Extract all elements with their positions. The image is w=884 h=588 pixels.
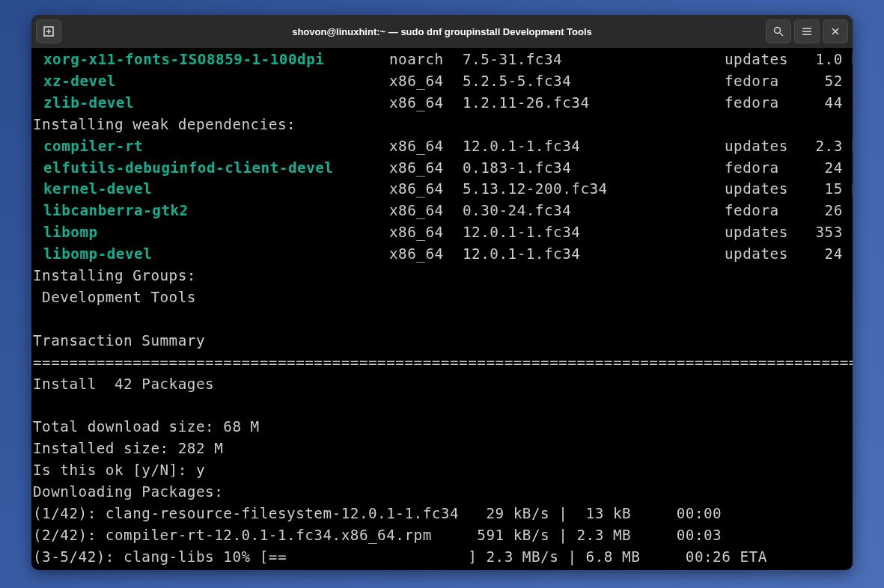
- package-repo: fedora: [725, 200, 808, 222]
- download-line: (1/42): clang-resource-filesystem-12.0.1…: [33, 503, 851, 525]
- package-arch: x86_64: [389, 93, 463, 114]
- package-version: 7.5-31.fc34: [463, 49, 725, 71]
- package-version: 0.30-24.fc34: [463, 200, 725, 222]
- search-button[interactable]: [766, 19, 791, 43]
- package-size: 24 k: [808, 244, 853, 266]
- package-repo: updates: [725, 49, 808, 71]
- download-progress-line: (3-5/42): clang-libs 10% [== ] 2.3 MB/s …: [33, 547, 851, 569]
- package-size: 44 k: [808, 93, 853, 114]
- package-repo: updates: [725, 136, 808, 158]
- package-arch: x86_64: [389, 158, 463, 180]
- package-row: compiler-rtx86_6412.0.1-1.fc34updates2.3…: [33, 136, 851, 158]
- package-row: elfutils-debuginfod-client-develx86_640.…: [33, 158, 851, 180]
- package-arch: x86_64: [389, 71, 463, 93]
- terminal-window: shovon@linuxhint:~ — sudo dnf groupinsta…: [31, 15, 853, 570]
- text-line: Development Tools: [33, 287, 851, 309]
- package-version: 5.2.5-5.fc34: [463, 71, 725, 93]
- package-size: 15 M: [808, 179, 853, 200]
- package-name: libcanberra-gtk2: [43, 200, 389, 222]
- package-name: libomp-devel: [43, 244, 389, 266]
- package-size: 52 k: [808, 71, 853, 93]
- package-repo: fedora: [725, 93, 808, 114]
- package-size: 24 k: [808, 158, 853, 180]
- package-row: xorg-x11-fonts-ISO8859-1-100dpinoarch7.5…: [33, 49, 851, 71]
- package-name: compiler-rt: [43, 136, 389, 158]
- package-repo: updates: [725, 244, 808, 266]
- svg-point-1: [775, 28, 781, 34]
- package-row: zlib-develx86_641.2.11-26.fc34fedora 44 …: [33, 93, 851, 114]
- package-name: xz-devel: [43, 71, 389, 93]
- text-line: Total download size: 68 M: [33, 417, 851, 438]
- package-repo: fedora: [725, 71, 808, 93]
- package-repo: updates: [725, 222, 808, 244]
- package-repo: updates: [725, 179, 808, 200]
- package-row: xz-develx86_645.2.5-5.fc34fedora 52 k: [33, 71, 851, 93]
- text-line: Installing weak dependencies:: [33, 114, 851, 136]
- package-version: 1.2.11-26.fc34: [463, 93, 725, 114]
- package-arch: x86_64: [389, 200, 463, 222]
- package-row: libomp-develx86_6412.0.1-1.fc34updates 2…: [33, 244, 851, 266]
- divider-line: ========================================…: [33, 352, 851, 374]
- text-line: Downloading Packages:: [33, 482, 851, 503]
- package-name: elfutils-debuginfod-client-devel: [43, 158, 389, 180]
- text-line: Installing Groups:: [33, 266, 851, 287]
- text-line: Install 42 Packages: [33, 374, 851, 396]
- confirm-prompt: Is this ok [y/N]: y: [33, 460, 851, 482]
- package-version: 12.0.1-1.fc34: [463, 244, 725, 266]
- package-arch: x86_64: [389, 136, 463, 158]
- package-name: xorg-x11-fonts-ISO8859-1-100dpi: [43, 49, 389, 71]
- menu-button[interactable]: [794, 19, 820, 43]
- terminal-output[interactable]: xorg-x11-fonts-ISO8859-1-100dpinoarch7.5…: [31, 48, 853, 570]
- package-version: 12.0.1-1.fc34: [463, 222, 725, 244]
- package-name: zlib-devel: [43, 93, 389, 114]
- package-name: kernel-devel: [43, 179, 389, 200]
- package-arch: x86_64: [389, 244, 463, 266]
- package-version: 12.0.1-1.fc34: [463, 136, 725, 158]
- package-arch: noarch: [389, 49, 463, 71]
- text-line: Installed size: 282 M: [33, 438, 851, 460]
- package-arch: x86_64: [389, 222, 463, 244]
- package-size: 2.3 M: [808, 136, 853, 158]
- package-size: 26 k: [808, 200, 853, 222]
- window-title: shovon@linuxhint:~ — sudo dnf groupinsta…: [292, 26, 592, 37]
- package-version: 5.13.12-200.fc34: [463, 179, 725, 200]
- text-line: Transaction Summary: [33, 331, 851, 352]
- download-line: (2/42): compiler-rt-12.0.1-1.fc34.x86_64…: [33, 525, 851, 547]
- package-size: 353 k: [808, 222, 853, 244]
- close-button[interactable]: [823, 19, 848, 43]
- package-name: libomp: [43, 222, 389, 244]
- package-row: libcanberra-gtk2x86_640.30-24.fc34fedora…: [33, 200, 851, 222]
- package-arch: x86_64: [389, 179, 463, 200]
- package-version: 0.183-1.fc34: [463, 158, 725, 180]
- package-repo: fedora: [725, 158, 808, 180]
- new-tab-button[interactable]: [36, 19, 61, 43]
- titlebar: shovon@linuxhint:~ — sudo dnf groupinsta…: [31, 15, 853, 48]
- package-size: 1.0 M: [808, 49, 853, 71]
- package-row: libompx86_6412.0.1-1.fc34updates353 k: [33, 222, 851, 244]
- package-row: kernel-develx86_645.13.12-200.fc34update…: [33, 179, 851, 200]
